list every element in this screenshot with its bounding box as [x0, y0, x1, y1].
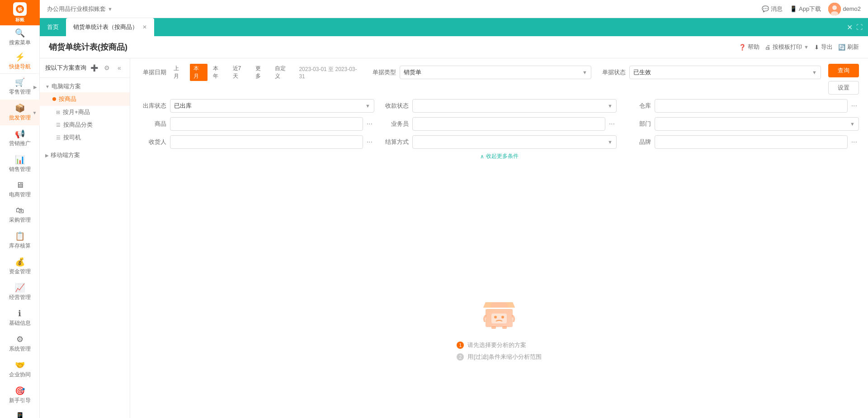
dept-select[interactable]: ▼: [655, 117, 859, 131]
brand-input[interactable]: [655, 135, 848, 149]
doc-type-value: 销货单: [404, 68, 421, 76]
sidebar-item-retail[interactable]: 🛒 零售管理 ▶: [0, 74, 40, 100]
staff-input[interactable]: [412, 117, 605, 131]
scheme-sub-item-month-goods[interactable]: ⊞ 按月+商品: [40, 106, 130, 119]
receiver-dots-button[interactable]: ···: [365, 138, 374, 146]
refresh-button[interactable]: 🔄 刷新: [838, 43, 859, 51]
settings-button[interactable]: 设置: [828, 81, 859, 95]
export-icon: ⬇: [814, 44, 819, 51]
sidebar-item-label: 经营管理: [9, 294, 31, 301]
filter-area: 单据日期 上月 本月 本年 近7天 更多 自定义 2023-03-01 至 20…: [130, 58, 868, 164]
date-label: 单据日期: [139, 68, 170, 76]
driver-icon: ☰: [56, 135, 61, 141]
staff-dots-button[interactable]: ···: [607, 120, 617, 128]
tab-close-window-icon[interactable]: ✕: [847, 23, 853, 32]
brand-input-area: ···: [655, 135, 859, 149]
empty-state: 1 请先选择要分析的方案 2 用[过滤]条件来缩小分析范围: [130, 164, 868, 418]
query-button[interactable]: 查询: [828, 64, 859, 77]
warehouse-dots-button[interactable]: ···: [849, 102, 859, 110]
doc-status-select[interactable]: 已生效 ▼: [629, 66, 821, 79]
sidebar-item-quick-nav[interactable]: ⚡ 快捷导航: [0, 49, 40, 74]
message-button[interactable]: 💬 消息: [762, 5, 783, 13]
svg-point-11: [501, 316, 504, 318]
scheme-collapse-button[interactable]: «: [114, 63, 124, 73]
brand-label: 品牌: [624, 138, 655, 146]
tab-sales-stat[interactable]: 销货单统计表（按商品） ✕: [66, 18, 154, 36]
scheme-add-button[interactable]: ➕: [89, 63, 99, 73]
settle-chevron-icon: ▼: [608, 139, 613, 145]
sidebar-item-finance[interactable]: 💰 资金管理: [0, 253, 40, 279]
svg-text:畅: 畅: [18, 7, 22, 12]
brand-dots-button[interactable]: ···: [849, 138, 859, 146]
sidebar-item-newbie[interactable]: 🎯 新手引导: [0, 382, 40, 408]
settle-select[interactable]: ▼: [412, 135, 617, 149]
filter-row-3: 商品 ··· 业务员 ···: [139, 117, 859, 131]
empty-tip-2: 2 用[过滤]条件来缩小分析范围: [457, 353, 541, 361]
warehouse-input-area: ···: [655, 99, 859, 113]
out-status-value: 已出库: [174, 102, 192, 110]
help-button[interactable]: ❓ 帮助: [739, 43, 760, 51]
sidebar-item-operations[interactable]: 📈 经营管理: [0, 279, 40, 305]
scheme-group-mobile-header[interactable]: ▶ 移动端方案: [40, 149, 130, 161]
date-tab-last-month[interactable]: 上月: [170, 64, 188, 81]
retail-icon: 🛒: [15, 77, 25, 87]
tab-home[interactable]: 首页: [40, 18, 66, 36]
goods-input[interactable]: [170, 117, 363, 131]
print-dropdown-icon: ▼: [804, 44, 809, 50]
goods-label: 商品: [139, 120, 170, 128]
sidebar-item-label: 电商管理: [9, 191, 31, 199]
goods-dots-button[interactable]: ···: [365, 120, 374, 128]
tab-maximize-icon[interactable]: ⛶: [856, 24, 863, 31]
scheme-group-desktop-header[interactable]: ▼ 电脑端方案: [40, 81, 130, 92]
sidebar-item-system[interactable]: ⚙ 系统管理: [0, 331, 40, 356]
date-tab-this-month[interactable]: 本月: [190, 64, 208, 81]
scheme-panel-title: 按以下方案查询: [45, 64, 86, 72]
warehouse-input[interactable]: [655, 99, 848, 113]
account-name: 办公用品行业模拟账套: [47, 5, 106, 13]
user-name: demo2: [843, 5, 861, 12]
sidebar-item-search[interactable]: 🔍 搜索菜单: [0, 25, 40, 49]
sidebar-item-app-center[interactable]: 📱 应用中心: [0, 408, 40, 418]
filter-result-panel: 单据日期 上月 本月 本年 近7天 更多 自定义 2023-03-01 至 20…: [130, 58, 868, 418]
scheme-item-by-goods[interactable]: 按商品: [40, 92, 130, 106]
avatar: [828, 3, 841, 15]
export-button[interactable]: ⬇ 导出: [814, 43, 833, 51]
empty-tip-1: 1 请先选择要分析的方案: [457, 341, 541, 349]
sidebar-item-label: 营销推广: [9, 140, 31, 147]
sidebar-item-corp-collab[interactable]: 🤝 企业协同: [0, 356, 40, 382]
tab-close-icon[interactable]: ✕: [142, 24, 147, 30]
scheme-settings-button[interactable]: ⚙: [102, 63, 112, 73]
user-menu[interactable]: demo2: [828, 3, 861, 15]
receiver-input[interactable]: [170, 135, 363, 149]
sidebar-item-purchase[interactable]: 🛍 采购管理: [0, 202, 40, 228]
date-tab-custom[interactable]: 自定义: [271, 64, 294, 81]
sidebar-item-sales[interactable]: 📊 销售管理: [0, 151, 40, 177]
scheme-sub-item-driver[interactable]: ☰ 按司机: [40, 131, 130, 144]
template-print-button[interactable]: 🖨 按模板打印 ▼: [765, 43, 809, 51]
date-tab-more[interactable]: 更多: [252, 64, 270, 81]
sidebar-item-basic-info[interactable]: ℹ 基础信息: [0, 305, 40, 331]
doc-status-filter-group: 单据状态 已生效 ▼: [599, 66, 821, 79]
doc-type-select[interactable]: 销货单 ▼: [400, 66, 591, 79]
doc-type-filter-group: 单据类型 销货单 ▼: [369, 66, 591, 79]
message-icon: 💬: [762, 5, 769, 12]
collapse-filter-button[interactable]: ∧ 收起更多条件: [139, 149, 859, 164]
date-tab-this-year[interactable]: 本年: [209, 64, 227, 81]
sidebar-item-wholesale[interactable]: 📦 批发管理 ▼: [0, 100, 40, 125]
wholesale-icon: 📦: [15, 103, 25, 113]
out-status-select[interactable]: 已出库 ▼: [170, 99, 374, 113]
sidebar-item-ecommerce[interactable]: 🖥 电商管理: [0, 177, 40, 202]
sidebar-item-inventory[interactable]: 📋 库存核算: [0, 228, 40, 253]
recv-status-select[interactable]: ▼: [412, 99, 617, 113]
scheme-sub-item-goods-cat[interactable]: ☰ 按商品分类: [40, 119, 130, 131]
dropdown-chevron-icon: ▼: [108, 6, 113, 12]
sidebar-item-marketing[interactable]: 📢 营销推广: [0, 125, 40, 151]
out-status-filter-group: 出库状态 已出库 ▼: [139, 99, 374, 113]
account-selector[interactable]: 办公用品行业模拟账套 ▼: [47, 5, 113, 13]
date-tab-7days[interactable]: 近7天: [229, 64, 250, 81]
svg-rect-13: [502, 326, 507, 329]
header-breadcrumb-area: 办公用品行业模拟账套 ▼: [47, 5, 113, 13]
sidebar-item-label: 搜索菜单: [9, 39, 31, 47]
top-header: 办公用品行业模拟账套 ▼ 💬 消息 📱 App下载: [40, 0, 868, 18]
app-download-button[interactable]: 📱 App下载: [790, 5, 821, 13]
